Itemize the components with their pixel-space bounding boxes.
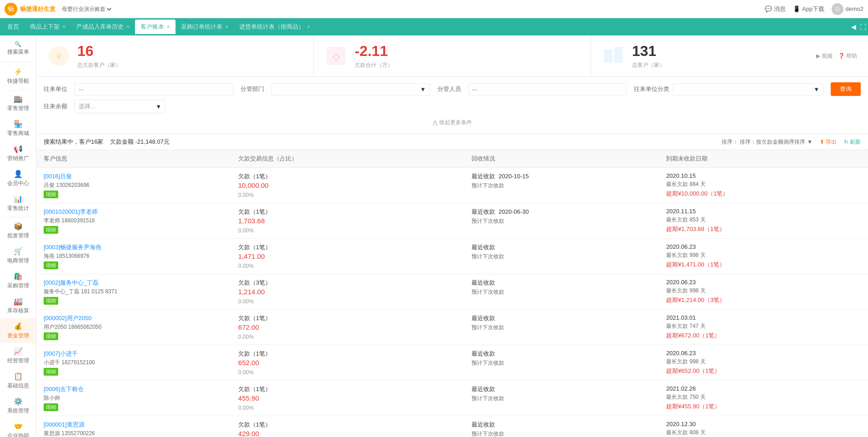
recovery-next-0: 预计下次收款 [472, 182, 666, 190]
customer-name-6[interactable]: [0006]去下粮仓 [44, 385, 238, 393]
overdue-days-4: 最长欠款 747 天 [666, 322, 861, 330]
brand-name: 畅捷通好生意 [20, 5, 55, 13]
basic-info-icon: 📋 [14, 372, 23, 381]
person-input[interactable]: ··· [468, 83, 627, 95]
svg-rect-5 [614, 47, 622, 63]
customer-name-4[interactable]: [000002]用户2050 [44, 314, 238, 322]
content-area: ¥ 16 总欠款客户（家） ◇ -2.11 欠款合计（万） [36, 35, 868, 437]
tab-purchase-order[interactable]: 采购订单统计表 × [176, 20, 234, 34]
sidebar-item-system[interactable]: ⚙️ 系统管理 [0, 393, 36, 418]
debt-ratio-0: 0.00% [238, 192, 472, 198]
overdue-amount-4[interactable]: 超期¥672.00（1笔） [666, 332, 861, 340]
overdue-date-7: 2020.12.30 [666, 421, 861, 427]
sidebar-item-inventory[interactable]: 🏭 库存核算 [0, 293, 36, 318]
message-btn[interactable]: 💬 消息 [765, 5, 786, 13]
system-icon: ⚙️ [14, 397, 23, 406]
dept-arrow-icon: ▼ [420, 86, 426, 93]
tab-home[interactable]: 首页 [2, 20, 25, 34]
export-btn[interactable]: ⬆ 导出 [820, 138, 837, 146]
overdue-amount-5[interactable]: 超期¥652.00（1笔） [666, 367, 861, 375]
stat-card-debt-amount: ◇ -2.11 欠款合计（万） [314, 35, 591, 76]
tab-product-shelf[interactable]: 商品上下架 × [25, 20, 71, 34]
industry-select[interactable]: 母婴行业演示账套 [60, 5, 113, 13]
person-label: 分管人员 [437, 85, 465, 93]
dept-select[interactable]: ▼ [271, 83, 430, 95]
tab-close-production-history[interactable]: × [126, 24, 130, 30]
app-download-btn[interactable]: 📱 App下载 [793, 5, 824, 13]
debt-ratio-1: 0.00% [238, 227, 472, 234]
recovery-info-4: 最近收款 预计下次收款 [472, 314, 666, 340]
debt-count-5: 欠款（1笔） [238, 350, 472, 358]
collapse-btn[interactable]: ⋀ 收起更多条件 [44, 117, 861, 128]
overdue-amount-2[interactable]: 超期¥1,471.00（1笔） [666, 261, 861, 269]
customer-info-0: [0016]吕俊 吕俊 13026203696 现销 [44, 172, 238, 198]
tab-close-purchase-order[interactable]: × [225, 24, 228, 30]
sidebar-item-enterprise[interactable]: 🤝 企业协同 [0, 418, 36, 437]
customer-name-1[interactable]: [0001020001]李老师 [44, 208, 238, 216]
tab-prev-icon[interactable]: ◀ [851, 23, 856, 30]
collapse-icon: ⋀ [433, 120, 437, 126]
tab-expand-icon[interactable]: ⛶ [860, 23, 866, 30]
sidebar-item-retail-mgmt[interactable]: 🏬 零售管理 [0, 91, 36, 116]
sort-select[interactable]: 排序： 排序：按欠款金额倒序排序 ▼ [722, 138, 813, 146]
refresh-btn[interactable]: ↻ 刷新 [844, 138, 861, 146]
sidebar-item-member[interactable]: 👤 会员中心 [0, 166, 36, 191]
result-bar: 搜索结果中，客户16家 欠款金额 -21,148.07元 排序： 排序：按欠款金… [36, 134, 868, 150]
dept-label: 分管部门 [241, 85, 268, 93]
sidebar-item-basic-info[interactable]: 📋 基础信息 [0, 368, 36, 393]
sidebar-item-retail-stats[interactable]: 📊 零售统计 [0, 191, 36, 216]
source-unit-input[interactable]: ··· [75, 83, 233, 95]
debt-ratio-4: 0.00% [238, 334, 472, 340]
overdue-amount-6[interactable]: 超期¥455.90（1笔） [666, 402, 861, 411]
balance-select[interactable]: 选择... ▼ [75, 100, 166, 113]
debt-count-6: 欠款（1笔） [238, 385, 472, 393]
overdue-amount-3[interactable]: 超期¥1,214.00（3笔） [666, 296, 861, 304]
customer-name-7[interactable]: [000001]黄思源 [44, 421, 238, 429]
sidebar-item-ecommerce[interactable]: 🛒 电商管理 [0, 243, 36, 268]
video-icon: ▶ [816, 53, 820, 59]
member-icon: 👤 [14, 170, 23, 178]
ecommerce-icon: 🛒 [14, 247, 23, 256]
customer-name-0[interactable]: [0016]吕俊 [44, 172, 238, 181]
tab-close-product-shelf[interactable]: × [62, 24, 65, 30]
query-btn[interactable]: 查询 [831, 82, 861, 96]
sidebar-item-batch-mgmt[interactable]: 📦 批发管理 [0, 218, 36, 243]
help-btn[interactable]: ❓ 帮助 [838, 52, 857, 60]
sidebar-search-btn[interactable]: 🔍 搜索菜单 [2, 39, 34, 58]
tab-stock-summary[interactable]: 进货单统计表（按商品） × [234, 20, 316, 34]
export-icon: ⬆ [820, 139, 824, 145]
result-actions: 排序： 排序：按欠款金额倒序排序 ▼ ⬆ 导出 ↻ 刷新 [722, 138, 861, 146]
debt-customers-label: 总欠款客户（家） [77, 61, 121, 69]
sidebar-item-business[interactable]: 📈 经营管理 [0, 343, 36, 368]
inventory-icon: 🏭 [14, 297, 23, 306]
sort-arrow-icon: ▼ [807, 139, 813, 145]
user-menu[interactable]: D demo2 [832, 3, 863, 15]
header-overdue: 到期未收款日期 [666, 155, 861, 163]
tab-customer-account[interactable]: 客户账本 × [135, 20, 176, 34]
tab-production-history[interactable]: 产成品入库单历史 × [71, 20, 135, 34]
tab-close-stock-summary[interactable]: × [307, 24, 310, 30]
sidebar-item-marketing[interactable]: 📢 营销推广 [0, 141, 36, 166]
customer-info-2: [0003]畅捷服务尹海燕 海燕 18513066976 现销 [44, 243, 238, 269]
sidebar-item-quick-nav[interactable]: ⚡ 快捷导航 [0, 64, 36, 89]
debt-amount-7: 429.00 [238, 430, 472, 437]
customer-phone-3: 服务中心_丁磊 181 0125 8371 [44, 288, 238, 296]
customer-phone-2: 海燕 18513066976 [44, 252, 238, 260]
overdue-amount-0[interactable]: 超期¥10,000.00（1笔） [666, 190, 861, 198]
unit-class-select[interactable]: ▼ [673, 83, 823, 95]
customer-name-2[interactable]: [0003]畅捷服务尹海燕 [44, 243, 238, 251]
sidebar-item-purchase[interactable]: 🛍️ 采购管理 [0, 268, 36, 293]
view-video-btn[interactable]: ▶ 视频 [816, 52, 833, 60]
debt-count-0: 欠款（1笔） [238, 172, 472, 181]
overdue-amount-1[interactable]: 超期¥1,703.68（1笔） [666, 225, 861, 233]
sidebar-item-finance[interactable]: 💰 资金管理 [0, 318, 36, 343]
customer-name-5[interactable]: [0007]小进千 [44, 350, 238, 358]
stat-card-total-customers: 131 总客户（家） ▶ 视频 ❓ 帮助 [591, 35, 868, 76]
debt-amount-0: 10,000.00 [238, 181, 472, 189]
sidebar-item-retail-mall[interactable]: 🏪 零售商城 [0, 116, 36, 141]
overdue-date-1: 2020.11.15 [666, 208, 861, 215]
tab-close-customer-account[interactable]: × [167, 24, 170, 30]
overdue-date-4: 2021.03.01 [666, 314, 861, 321]
debt-info-2: 欠款（1笔） 1,471.00 0.00% [238, 243, 472, 269]
customer-name-3[interactable]: [0002]服务中心_丁磊 [44, 279, 238, 287]
